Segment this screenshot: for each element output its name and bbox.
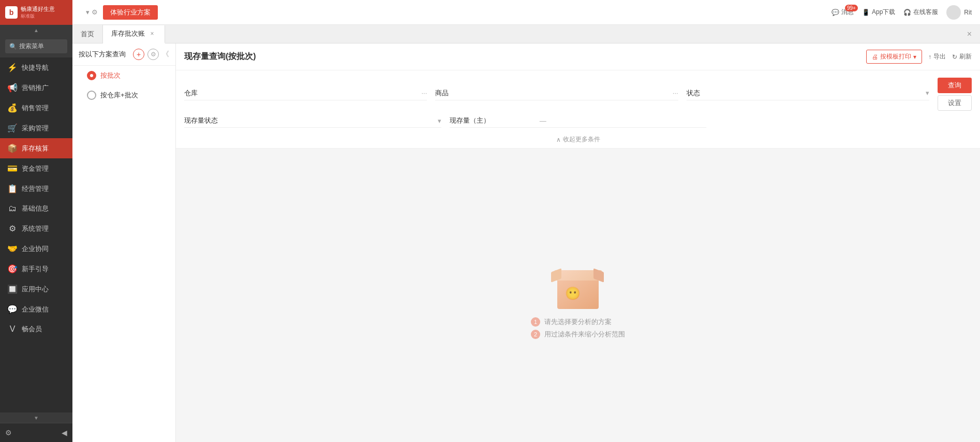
apps-icon: 🔲 [7, 284, 18, 294]
sidebar-item-inventory[interactable]: 📦 库存核算 [0, 138, 72, 158]
sidebar-item-enterprise[interactable]: 🤝 企业协同 [0, 239, 72, 259]
search-menu-button[interactable]: 🔍 搜索菜单 [5, 39, 67, 53]
search-icon: 🔍 [9, 43, 17, 50]
print-button[interactable]: 🖨 按模板打印 ▾ [866, 50, 922, 64]
settings-button[interactable]: 设置 [938, 95, 972, 111]
sidebar-collapse-button[interactable]: ◀ [62, 429, 67, 437]
empty-tip-2: 2 用过滤条件来缩小分析范围 [531, 330, 625, 339]
export-button[interactable]: ↑ 导出 [928, 52, 946, 61]
app-logo: b [5, 6, 18, 19]
finance-icon: 💳 [7, 164, 18, 173]
page-actions: 🖨 按模板打印 ▾ ↑ 导出 ↻ 刷新 [866, 50, 972, 64]
main-area: ▾ ⚙ 体验行业方案 💬 消息 99+ 📱 App下载 🎧 在线客服 Rit [72, 0, 980, 442]
left-panel-actions: + ⚙ 《 [133, 49, 169, 60]
tab-home[interactable]: 首页 [72, 25, 103, 43]
operations-icon: 📋 [7, 184, 18, 194]
marketing-icon: 📢 [7, 83, 18, 93]
sidebar-scroll-down[interactable]: ▼ [0, 412, 72, 423]
stock-quantity-label: 现存量（主） [450, 116, 490, 125]
add-scheme-button[interactable]: + [133, 49, 144, 60]
left-panel-header: 按以下方案查询 + ⚙ 《 [72, 43, 175, 66]
avatar [946, 5, 961, 20]
tip-2-number: 2 [531, 330, 540, 339]
scheme-by-batch[interactable]: 按批次 [72, 66, 175, 85]
sidebar-item-basics[interactable]: 🗂 基础信息 [0, 199, 72, 218]
scheme-dot-inner [90, 74, 93, 77]
export-icon: ↑ [928, 53, 931, 61]
empty-tips: 1 请先选择要分析的方案 2 用过滤条件来缩小分析范围 [531, 317, 625, 339]
topbar-settings-button[interactable]: ▾ ⚙ [86, 8, 98, 16]
topbar: ▾ ⚙ 体验行业方案 💬 消息 99+ 📱 App下载 🎧 在线客服 Rit [72, 0, 980, 25]
sidebar-item-guide[interactable]: 🎯 新手引导 [0, 259, 72, 279]
basics-icon: 🗂 [7, 204, 18, 213]
sidebar-item-shortcuts[interactable]: ⚡ 快捷导航 [0, 57, 72, 78]
messages-button[interactable]: 💬 消息 99+ [831, 8, 854, 17]
vip-icon: V [7, 325, 18, 334]
app-version: 标准版 [21, 13, 55, 20]
app-download-button[interactable]: 📱 App下载 [862, 8, 895, 17]
scheme-by-warehouse-batch[interactable]: 按仓库+批次 [72, 85, 175, 105]
tip-1-number: 1 [531, 317, 540, 327]
refresh-icon: ↻ [952, 53, 957, 61]
topbar-right: 💬 消息 99+ 📱 App下载 🎧 在线客服 Rit [831, 5, 972, 20]
sidebar-nav: ⚡ 快捷导航 📢 营销推广 💰 销售管理 🛒 采购管理 📦 库存核算 💳 资金管… [0, 57, 72, 412]
dropdown-arrow-icon: ▾ [86, 8, 90, 16]
sidebar-item-operations[interactable]: 📋 经营管理 [0, 179, 72, 199]
sidebar-item-wechat[interactable]: 💬 企业微信 [0, 299, 72, 319]
stock-quantity-min-input[interactable] [494, 117, 536, 125]
online-service-button[interactable]: 🎧 在线客服 [903, 8, 938, 17]
stock-status-label: 现存量状态 [184, 116, 218, 125]
sidebar-item-sales[interactable]: 💰 销售管理 [0, 98, 72, 118]
sidebar-item-purchase[interactable]: 🛒 采购管理 [0, 118, 72, 138]
trial-button[interactable]: 体验行业方案 [103, 5, 158, 20]
user-area[interactable]: Rit [946, 5, 972, 20]
username: Rit [964, 9, 972, 16]
status-select[interactable]: ▾ [704, 89, 929, 97]
sidebar: b 畅康通好生意 标准版 ▲ 🔍 搜索菜单 ⚡ 快捷导航 📢 营销推广 💰 销售… [0, 0, 72, 442]
query-button[interactable]: 查询 [938, 78, 972, 93]
headset-icon: 🎧 [903, 9, 911, 16]
gear-icon: ⚙ [92, 8, 98, 16]
sidebar-scroll-up[interactable]: ▲ [0, 25, 72, 35]
scheme-settings-button[interactable]: ⚙ [147, 49, 159, 60]
product-input[interactable] [453, 89, 672, 97]
sidebar-search-area: 🔍 搜索菜单 [0, 35, 72, 57]
page-header: 现存量查询(按批次) 🖨 按模板打印 ▾ ↑ 导出 ↻ 刷新 [176, 43, 980, 70]
sidebar-item-system[interactable]: ⚙ 系统管理 [0, 218, 72, 239]
tab-panel-close-button[interactable]: × [967, 30, 980, 39]
message-icon: 💬 [831, 9, 839, 16]
collapse-filter-icon: ∧ [556, 136, 561, 143]
stock-status-field: 现存量状态 ▾ [184, 116, 441, 128]
stock-status-select[interactable]: ▾ [222, 117, 441, 125]
tab-inventory-batch[interactable]: 库存批次账 × [103, 25, 165, 43]
scheme-inactive-dot [87, 91, 96, 100]
product-more-button[interactable]: ··· [673, 89, 678, 97]
left-panel: 按以下方案查询 + ⚙ 《 按批次 [72, 43, 176, 442]
sidebar-header: b 畅康通好生意 标准版 [0, 0, 72, 25]
stock-status-arrow-icon: ▾ [438, 117, 441, 125]
tab-close-button[interactable]: × [148, 30, 156, 38]
shortcuts-icon: ⚡ [7, 63, 18, 72]
sidebar-item-vip[interactable]: V 畅会员 [0, 319, 72, 339]
sidebar-item-apps[interactable]: 🔲 应用中心 [0, 279, 72, 299]
stock-quantity-max-input[interactable] [551, 117, 592, 125]
settings-icon: ⚙ [151, 51, 156, 58]
refresh-button[interactable]: ↻ 刷新 [952, 52, 972, 61]
filter-section: 仓库 ··· 商品 ··· 状态 ▾ [176, 70, 980, 149]
print-dropdown-icon: ▾ [913, 53, 916, 61]
sidebar-settings-button[interactable]: ⚙ [5, 429, 12, 437]
warehouse-input[interactable] [202, 89, 421, 97]
empty-tip-1: 1 请先选择要分析的方案 [531, 317, 625, 327]
collapse-filter-button[interactable]: ∧ 收起更多条件 [184, 132, 972, 144]
right-panel: 现存量查询(按批次) 🖨 按模板打印 ▾ ↑ 导出 ↻ 刷新 [176, 43, 980, 442]
sidebar-item-finance[interactable]: 💳 资金管理 [0, 158, 72, 179]
sidebar-item-marketing[interactable]: 📢 营销推广 [0, 78, 72, 98]
sidebar-footer: ⚙ ◀ [0, 423, 72, 442]
notification-badge: 99+ [845, 5, 858, 11]
empty-state: 😶 1 请先选择要分析的方案 2 用过滤条件来缩小分析范围 [176, 149, 980, 442]
warehouse-more-button[interactable]: ··· [421, 89, 427, 97]
status-field: 状态 ▾ [687, 89, 929, 100]
panel-collapse-button[interactable]: 《 [162, 50, 169, 59]
empty-illustration: 😶 [547, 252, 609, 309]
tabs-bar: 首页 库存批次账 × × [72, 25, 980, 43]
